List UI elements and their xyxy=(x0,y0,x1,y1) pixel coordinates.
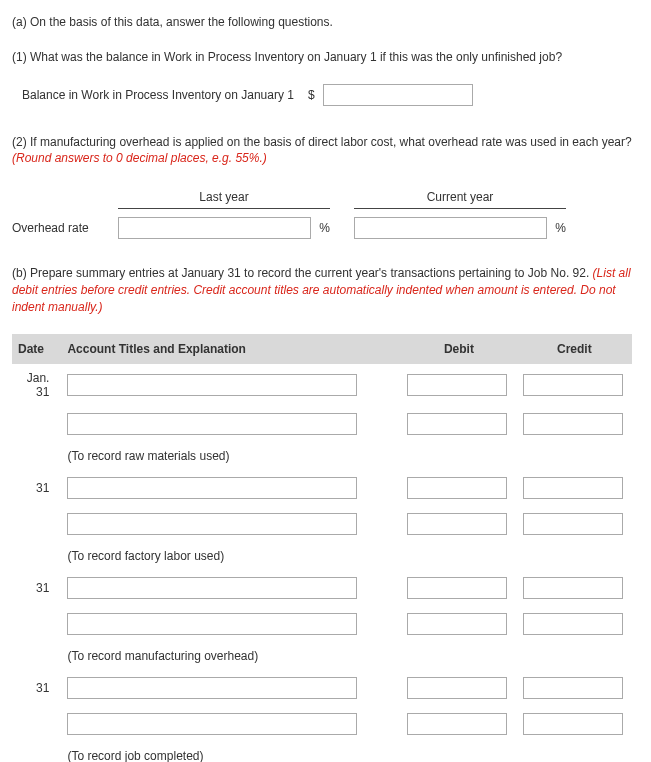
journal-header-row: Date Account Titles and Explanation Debi… xyxy=(12,334,632,364)
account-title-input[interactable] xyxy=(67,613,357,635)
overhead-rate-label: Overhead rate xyxy=(12,221,118,235)
account-title-input[interactable] xyxy=(67,577,357,599)
account-title-input[interactable] xyxy=(67,413,357,435)
overhead-rate-lastyear-input[interactable] xyxy=(118,217,311,239)
table-row xyxy=(12,706,632,742)
credit-input[interactable] xyxy=(523,477,623,499)
section-b-text: (b) Prepare summary entries at January 3… xyxy=(12,265,639,315)
debit-input[interactable] xyxy=(407,413,507,435)
section-a-intro: (a) On the basis of this data, answer th… xyxy=(12,14,639,31)
entry-note: (To record manufacturing overhead) xyxy=(61,642,632,670)
question-1-text: (1) What was the balance in Work in Proc… xyxy=(12,49,639,66)
col-acct: Account Titles and Explanation xyxy=(61,334,401,364)
date-cell: 31 xyxy=(12,470,61,506)
entry-note-row: (To record raw materials used) xyxy=(12,442,632,470)
entry-note-row: (To record manufacturing overhead) xyxy=(12,642,632,670)
table-row xyxy=(12,406,632,442)
account-title-input[interactable] xyxy=(67,374,357,396)
debit-input[interactable] xyxy=(407,477,507,499)
entry-note-row: (To record factory labor used) xyxy=(12,542,632,570)
entry-note: (To record factory labor used) xyxy=(61,542,632,570)
credit-input[interactable] xyxy=(523,677,623,699)
dollar-sign: $ xyxy=(308,88,315,102)
credit-input[interactable] xyxy=(523,613,623,635)
credit-input[interactable] xyxy=(523,374,623,396)
table-row: 31 xyxy=(12,470,632,506)
date-cell: Jan. 31 xyxy=(12,364,61,406)
table-row: Jan. 31 xyxy=(12,364,632,406)
col-date: Date xyxy=(12,334,61,364)
q2-hint: (Round answers to 0 decimal places, e.g.… xyxy=(12,151,267,165)
col-debit: Debit xyxy=(401,334,516,364)
overhead-table: Last year Current year Overhead rate % % xyxy=(12,185,639,239)
entry-note: (To record raw materials used) xyxy=(61,442,632,470)
percent-sign: % xyxy=(555,221,566,235)
table-row xyxy=(12,506,632,542)
debit-input[interactable] xyxy=(407,713,507,735)
overhead-rate-currentyear-input[interactable] xyxy=(354,217,547,239)
percent-sign: % xyxy=(319,221,330,235)
debit-input[interactable] xyxy=(407,374,507,396)
b-plain: (b) Prepare summary entries at January 3… xyxy=(12,266,593,280)
debit-input[interactable] xyxy=(407,513,507,535)
q2-plain: (2) If manufacturing overhead is applied… xyxy=(12,135,632,149)
overhead-col-currentyear: Current year xyxy=(354,190,566,209)
col-credit: Credit xyxy=(517,334,632,364)
q1-answer-row: Balance in Work in Process Inventory on … xyxy=(22,84,639,106)
table-row: 31 xyxy=(12,670,632,706)
overhead-col-lastyear: Last year xyxy=(118,190,330,209)
q1-label: Balance in Work in Process Inventory on … xyxy=(22,88,294,102)
table-row xyxy=(12,606,632,642)
date-cell: 31 xyxy=(12,570,61,606)
account-title-input[interactable] xyxy=(67,677,357,699)
q1-balance-input[interactable] xyxy=(323,84,473,106)
credit-input[interactable] xyxy=(523,577,623,599)
question-2-text: (2) If manufacturing overhead is applied… xyxy=(12,134,639,168)
credit-input[interactable] xyxy=(523,413,623,435)
debit-input[interactable] xyxy=(407,677,507,699)
date-cell: 31 xyxy=(12,670,61,706)
credit-input[interactable] xyxy=(523,513,623,535)
credit-input[interactable] xyxy=(523,713,623,735)
entry-note-row: (To record job completed) xyxy=(12,742,632,762)
account-title-input[interactable] xyxy=(67,713,357,735)
journal-entry-table: Date Account Titles and Explanation Debi… xyxy=(12,334,632,762)
debit-input[interactable] xyxy=(407,577,507,599)
debit-input[interactable] xyxy=(407,613,507,635)
account-title-input[interactable] xyxy=(67,513,357,535)
account-title-input[interactable] xyxy=(67,477,357,499)
table-row: 31 xyxy=(12,570,632,606)
entry-note: (To record job completed) xyxy=(61,742,632,762)
